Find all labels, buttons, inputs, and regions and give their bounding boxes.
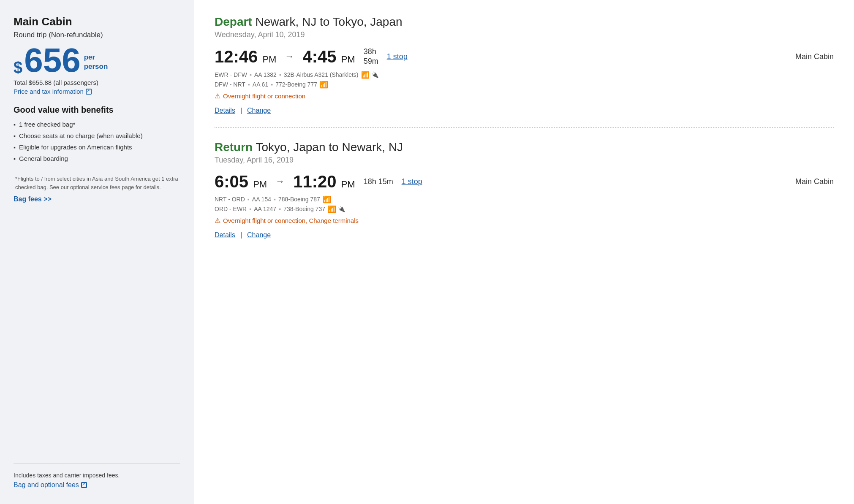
return-leg2-details: ORD - EWR ▪ AA 1247 ▪ 738-Boeing 737 📶 🔌	[215, 205, 834, 213]
wifi-icon-4: 📶	[328, 205, 336, 213]
return-section: Return Tokyo, Japan to Newark, NJ Tuesda…	[215, 127, 834, 239]
return-header: Return Tokyo, Japan to Newark, NJ Tuesda…	[215, 141, 834, 165]
cabin-title: Main Cabin	[14, 15, 180, 28]
depart-depart-time: 12:46 PM	[215, 47, 276, 66]
price-row: $ 656 perperson	[14, 45, 180, 76]
warning-icon-2: ⚠	[215, 217, 220, 225]
price-dollar: $	[14, 60, 22, 76]
wifi-icon-3: 📶	[323, 195, 331, 203]
right-panel: Depart Newark, NJ to Tokyo, Japan Wednes…	[194, 0, 854, 504]
list-item: Choose seats at no charge (when availabl…	[14, 132, 180, 139]
left-panel: Main Cabin Round trip (Non-refundable) $…	[0, 0, 194, 504]
depart-leg2-details: DFW - NRT ▪ AA 61 ▪ 772-Boeing 777 📶	[215, 81, 834, 89]
depart-duration: 38h59m	[364, 47, 378, 67]
list-item: Eligible for upgrades on American flight…	[14, 144, 180, 151]
wifi-icon-1: 📶	[361, 71, 370, 79]
per-person: perperson	[84, 53, 108, 71]
depart-direction: Depart	[215, 15, 252, 28]
depart-stops-link[interactable]: 1 stop	[387, 52, 408, 61]
list-item: General boarding	[14, 155, 180, 162]
depart-change-link[interactable]: Change	[247, 107, 271, 114]
depart-action-links: Details | Change	[215, 107, 834, 114]
warning-icon-1: ⚠	[215, 92, 220, 100]
depart-leg1-details: EWR - DFW ▪ AA 1382 ▪ 32B-Airbus A321 (S…	[215, 71, 834, 79]
arrow-icon-2: →	[275, 176, 285, 187]
bottom-section: Includes taxes and carrier imposed fees.…	[14, 463, 180, 489]
return-stops-link[interactable]: 1 stop	[402, 177, 422, 186]
depart-header: Depart Newark, NJ to Tokyo, Japan Wednes…	[215, 15, 834, 39]
return-link-separator: |	[240, 231, 242, 239]
return-date: Tuesday, April 16, 2019	[215, 156, 834, 165]
return-title: Return Tokyo, Japan to Newark, NJ	[215, 141, 834, 154]
return-depart-time: 6:05 PM	[215, 172, 267, 191]
benefits-footnote: *Flights to / from select cities in Asia…	[14, 175, 180, 191]
includes-taxes-label: Includes taxes and carrier imposed fees.	[14, 472, 180, 479]
return-direction: Return	[215, 141, 253, 154]
return-details-link[interactable]: Details	[215, 231, 235, 239]
power-icon-1: 🔌	[371, 71, 378, 78]
depart-route: Newark, NJ to Tokyo, Japan	[255, 15, 402, 28]
depart-cabin-label: Main Cabin	[795, 52, 834, 61]
depart-date: Wednesday, April 10, 2019	[215, 30, 834, 39]
return-route: Tokyo, Japan to Newark, NJ	[256, 141, 403, 154]
depart-details-link[interactable]: Details	[215, 107, 235, 114]
depart-section: Depart Newark, NJ to Tokyo, Japan Wednes…	[215, 15, 834, 114]
external-link-icon-2	[81, 482, 87, 488]
benefits-list: 1 free checked bag* Choose seats at no c…	[14, 121, 180, 166]
price-tax-link[interactable]: Price and tax information	[14, 88, 180, 95]
benefits-title: Good value with benefits	[14, 105, 180, 115]
bag-fees-link[interactable]: Bag fees >>	[14, 195, 180, 203]
return-duration: 18h 15m	[364, 177, 393, 187]
return-overnight-warning: ⚠ Overnight flight or connection, Change…	[215, 217, 834, 225]
power-icon-2: 🔌	[338, 206, 345, 212]
return-action-links: Details | Change	[215, 231, 834, 239]
return-cabin-label: Main Cabin	[795, 177, 834, 186]
bag-optional-fees-link[interactable]: Bag and optional fees	[14, 481, 180, 489]
depart-link-separator: |	[240, 107, 242, 114]
return-leg1-details: NRT - ORD ▪ AA 154 ▪ 788-Boeing 787 📶	[215, 195, 834, 203]
arrow-icon: →	[285, 51, 294, 62]
depart-overnight-warning: ⚠ Overnight flight or connection	[215, 92, 834, 100]
depart-times-row: 12:46 PM → 4:45 PM 38h59m 1 stop Main Ca…	[215, 47, 834, 67]
return-change-link[interactable]: Change	[247, 231, 271, 239]
depart-arrive-time: 4:45 PM	[302, 47, 355, 66]
round-trip-label: Round trip (Non-refundable)	[14, 31, 180, 39]
return-times-row: 6:05 PM → 11:20 PM 18h 15m 1 stop Main C…	[215, 172, 834, 191]
wifi-icon-2: 📶	[320, 81, 328, 89]
return-arrive-time: 11:20 PM	[293, 172, 355, 191]
depart-title: Depart Newark, NJ to Tokyo, Japan	[215, 15, 834, 29]
price-amount: 656	[24, 45, 80, 76]
total-price: Total $655.88 (all passengers)	[14, 79, 180, 86]
external-link-icon	[86, 89, 92, 95]
list-item: 1 free checked bag*	[14, 121, 180, 128]
